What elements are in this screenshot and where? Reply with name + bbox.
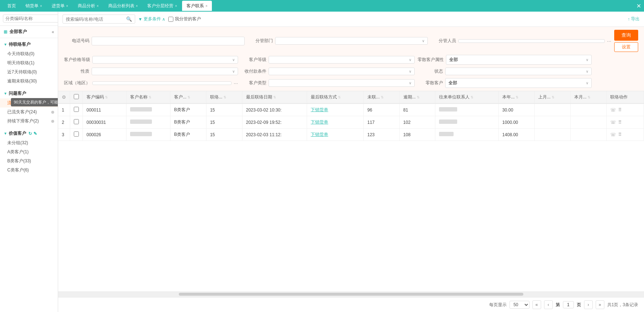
col-uncontacted-sort-icon[interactable]: ⇅ bbox=[381, 96, 384, 99]
sidebar-item-class-b[interactable]: B类客户(33) bbox=[0, 157, 58, 166]
setting-button[interactable]: 设置 bbox=[614, 42, 638, 52]
sidebar-group-value-title[interactable]: ▼ 价值客户 ↻ ✎ bbox=[0, 129, 58, 138]
col-contact-sort-icon[interactable]: ⇅ bbox=[224, 96, 226, 99]
tab-purchase-close[interactable]: × bbox=[66, 4, 68, 8]
person-dots-icon[interactable]: ··· bbox=[607, 38, 611, 44]
row2-contact-action-icon[interactable]: ☏ bbox=[610, 119, 616, 125]
row2-method-link[interactable]: 下销货单 bbox=[311, 119, 328, 125]
select-all-checkbox[interactable] bbox=[74, 94, 79, 99]
col-name-sort-icon[interactable]: ⇅ bbox=[149, 96, 152, 99]
my-customer-checkbox[interactable]: 我分管的客户 bbox=[168, 16, 201, 22]
filter-dept-select[interactable]: ∨ bbox=[275, 37, 428, 45]
row3-more-action-icon[interactable]: ⠿ bbox=[618, 132, 622, 137]
filter-person-select[interactable] bbox=[458, 39, 605, 43]
sidebar-item-churned[interactable]: 已流失客户(24) bbox=[0, 108, 58, 117]
row2-cb[interactable] bbox=[70, 116, 83, 129]
row2-more-action-icon[interactable]: ⠿ bbox=[618, 119, 622, 125]
next-page-button[interactable]: › bbox=[584, 300, 593, 309]
tab-product-list[interactable]: 商品分析列表 × bbox=[104, 1, 142, 11]
sidebar-item-tomorrow-contact[interactable]: 明天待联络(1) bbox=[0, 58, 58, 68]
edit-icon[interactable]: ✎ bbox=[33, 131, 37, 136]
scrollbar-thumb[interactable] bbox=[179, 293, 523, 296]
sidebar-all-customers[interactable]: ⊞ 全部客户 « bbox=[0, 26, 58, 38]
window-close-icon[interactable]: ✕ bbox=[636, 3, 641, 9]
tab-product-list-close[interactable]: × bbox=[136, 4, 138, 8]
col-last-date-sort-icon[interactable]: ⇅ bbox=[273, 96, 276, 99]
row3-checkbox[interactable] bbox=[74, 131, 79, 137]
tab-customer-layer-close[interactable]: × bbox=[175, 4, 177, 8]
sidebar-group-problem-title[interactable]: ▼ 问题客户 bbox=[0, 89, 58, 98]
row3-contact-action-icon[interactable]: ☏ bbox=[610, 132, 616, 137]
last-page-button[interactable]: » bbox=[596, 300, 604, 309]
my-customer-cb[interactable] bbox=[168, 17, 173, 22]
query-button[interactable]: 查询 bbox=[614, 30, 638, 41]
table-gear-icon[interactable]: ⚙ bbox=[62, 94, 66, 100]
first-page-button[interactable]: « bbox=[532, 300, 541, 309]
sidebar-search-input[interactable] bbox=[3, 15, 58, 23]
tab-customer-layer[interactable]: 客户分层经营 × bbox=[143, 1, 181, 11]
row2-last-method[interactable]: 下销货单 bbox=[307, 116, 364, 129]
tab-sales-close[interactable]: × bbox=[40, 4, 42, 8]
tab-homepage[interactable]: 首页 bbox=[3, 1, 20, 11]
sidebar-collapse-icon[interactable]: « bbox=[52, 29, 54, 35]
col-overdue-sort-icon[interactable]: ⇅ bbox=[417, 96, 420, 99]
col-type-sort-icon[interactable]: ⇅ bbox=[188, 96, 190, 99]
tab-product-analysis-close[interactable]: × bbox=[97, 4, 99, 8]
row1-last-method[interactable]: 下销货单 bbox=[307, 104, 364, 116]
filter-scattered-select[interactable]: 全部 ∨ bbox=[445, 78, 592, 88]
row1-cb[interactable] bbox=[70, 104, 83, 116]
filter-region-input[interactable] bbox=[92, 81, 232, 85]
row3-last-method[interactable]: 下销货单 bbox=[307, 129, 364, 141]
sidebar-item-ungrouped[interactable]: 未分组(32) bbox=[0, 138, 58, 147]
search-input[interactable] bbox=[66, 17, 126, 22]
col-last-method-sort-icon[interactable]: ⇅ bbox=[338, 96, 341, 99]
horizontal-scrollbar[interactable] bbox=[64, 293, 638, 296]
col-gear[interactable]: ⚙ bbox=[58, 91, 70, 104]
filter-nature-select[interactable]: ∨ bbox=[92, 68, 238, 75]
col-last-month-sort-icon[interactable]: ⇅ bbox=[552, 96, 555, 99]
filter-search-icon[interactable]: 🔍 bbox=[126, 16, 132, 22]
col-checkbox[interactable] bbox=[70, 91, 83, 104]
filter-price-select[interactable]: ∨ bbox=[92, 56, 238, 64]
tab-customer-contact[interactable]: 客户联系 × bbox=[182, 1, 212, 11]
phone-input[interactable] bbox=[95, 39, 241, 44]
more-filter-button[interactable]: ▼ 更多条件 ∧ bbox=[138, 16, 165, 22]
export-button[interactable]: ↑ 导出 bbox=[628, 16, 640, 22]
search-filter-input[interactable]: 🔍 bbox=[63, 15, 135, 24]
sidebar-item-overdue-contact[interactable]: 逾期未联络(30) bbox=[0, 77, 58, 86]
arrow-value-icon: ▼ bbox=[4, 131, 7, 135]
filter-payment-select[interactable]: ∨ bbox=[269, 68, 415, 75]
row1-method-link[interactable]: 下销货单 bbox=[311, 107, 328, 112]
row3-method-link[interactable]: 下销货单 bbox=[311, 132, 328, 137]
col-this-year-sort-icon[interactable]: ⇅ bbox=[516, 96, 519, 99]
row1-more-action-icon[interactable]: ⠿ bbox=[618, 107, 622, 113]
sidebar-item-class-c[interactable]: C类客户(6) bbox=[0, 166, 58, 175]
filter-cust-level-select[interactable]: ∨ bbox=[269, 56, 415, 64]
current-page-input[interactable] bbox=[563, 301, 574, 308]
sidebar-group-value: ▼ 价值客户 ↻ ✎ 未分组(32) A类客户(1) B类客户(33) C类客户… bbox=[0, 127, 58, 176]
sidebar-item-declining[interactable]: 持续下滑客户(2) bbox=[0, 117, 58, 126]
page-size-select[interactable]: 50 20 100 200 bbox=[510, 301, 530, 309]
row1-contact-action-icon[interactable]: ☏ bbox=[610, 107, 616, 113]
tab-purchase-order[interactable]: 进货单 × bbox=[47, 1, 73, 11]
col-code-sort-icon[interactable]: ⇅ bbox=[105, 96, 108, 99]
sidebar-item-today-contact[interactable]: 今天待联络(0) bbox=[0, 49, 58, 58]
row3-cb[interactable] bbox=[70, 129, 83, 141]
region-dots-icon[interactable]: ··· bbox=[234, 80, 238, 86]
tab-sales-order[interactable]: 销货单 × bbox=[21, 1, 47, 11]
sidebar-item-class-a[interactable]: A类客户(1) bbox=[0, 147, 58, 157]
filter-cust-type-select[interactable]: ∨ bbox=[269, 79, 415, 87]
filter-phone-input[interactable] bbox=[92, 37, 245, 45]
tab-product-analysis[interactable]: 商品分析 × bbox=[73, 1, 103, 11]
sidebar-group-pending-title[interactable]: ▼ 待联络客户 bbox=[0, 40, 58, 49]
sidebar-item-7days-contact[interactable]: 近7天待联络(0) bbox=[0, 68, 58, 77]
prev-page-button[interactable]: ‹ bbox=[544, 300, 553, 309]
col-unit-contact-sort-icon[interactable]: ⇅ bbox=[471, 96, 474, 99]
refresh-icon[interactable]: ↻ bbox=[28, 131, 32, 136]
col-this-month-sort-icon[interactable]: ⇅ bbox=[588, 96, 591, 99]
tab-customer-contact-close[interactable]: × bbox=[205, 4, 208, 8]
filter-status-select[interactable]: ∨ bbox=[445, 68, 592, 75]
row1-checkbox[interactable] bbox=[74, 107, 79, 112]
filter-scattered-attr-select[interactable]: 全部 ∨ bbox=[446, 55, 592, 65]
row2-checkbox[interactable] bbox=[74, 119, 79, 124]
